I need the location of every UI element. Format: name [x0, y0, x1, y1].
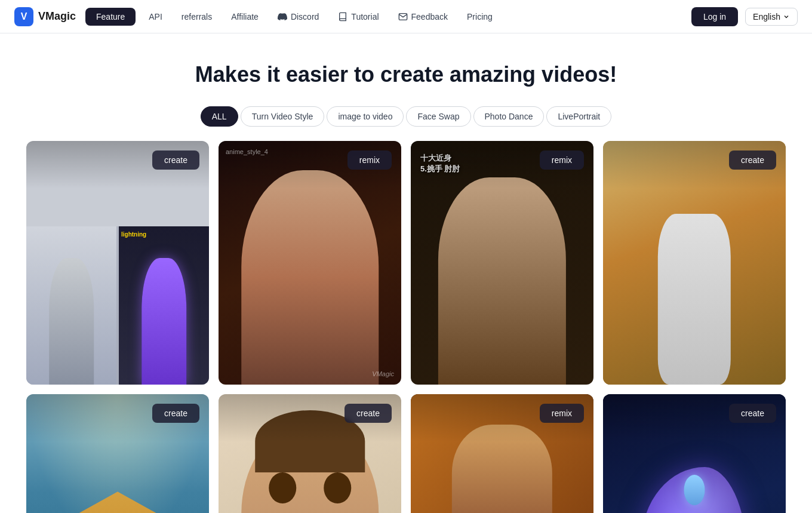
hero-headline: Makes it easier to create amazing videos… [14, 62, 798, 87]
logo-icon: V [14, 7, 33, 26]
card-2-watermark: VMagic [372, 370, 394, 377]
card-6-create-button[interactable]: create [345, 404, 392, 423]
card-3-remix-button[interactable]: remix [540, 150, 584, 170]
tab-image-to-video[interactable]: image to video [327, 106, 404, 127]
tab-all[interactable]: ALL [201, 106, 238, 127]
card-5[interactable]: create [26, 394, 209, 513]
brand-logo[interactable]: V VMagic [14, 7, 76, 26]
brand-name: VMagic [38, 10, 76, 23]
card-1-create-button[interactable]: create [152, 150, 199, 170]
book-icon [338, 12, 347, 21]
card-2-remix-button[interactable]: remix [347, 150, 392, 170]
feature-button[interactable]: Feature [85, 8, 136, 26]
card-4-create-button[interactable]: create [729, 150, 776, 170]
language-selector[interactable]: English [745, 8, 798, 26]
chevron-down-icon [783, 13, 790, 20]
nav-tutorial[interactable]: Tutorial [330, 8, 387, 26]
nav-referrals[interactable]: referrals [173, 8, 220, 26]
nav-api[interactable]: API [140, 8, 171, 26]
discord-icon [278, 12, 287, 21]
card-5-create-button[interactable]: create [152, 404, 199, 423]
mail-icon [398, 12, 408, 21]
card-3-cn-text: 十大近身 5.挑手 肘肘 [420, 153, 460, 174]
card-grid: create anime_style_4 VMagic remix 十大近身 5… [12, 141, 800, 513]
language-label: English [753, 12, 780, 21]
discord-label: Discord [291, 12, 319, 21]
card-7-remix-button[interactable]: remix [540, 404, 584, 423]
card-2-label: anime_style_4 [226, 148, 268, 155]
tab-turn-video-style[interactable]: Turn Video Style [241, 106, 325, 127]
card-8-create-button[interactable]: create [729, 404, 776, 423]
card-4[interactable]: create [603, 141, 786, 385]
tab-face-swap[interactable]: Face Swap [406, 106, 470, 127]
feedback-label: Feedback [411, 12, 448, 21]
card-2[interactable]: anime_style_4 VMagic remix [219, 141, 401, 385]
card-7[interactable]: remix [411, 394, 593, 513]
tab-photo-dance[interactable]: Photo Dance [473, 106, 545, 127]
nav-pricing[interactable]: Pricing [459, 8, 501, 26]
card-3[interactable]: 十大近身 5.挑手 肘肘 remix [411, 141, 593, 385]
tab-liveportrait[interactable]: LivePortrait [546, 106, 611, 127]
main-nav: V VMagic Feature API referrals Affiliate… [0, 0, 812, 33]
tutorial-label: Tutorial [351, 12, 379, 21]
filter-tabs: ALL Turn Video Style image to video Face… [0, 106, 812, 141]
card-6[interactable]: create [219, 394, 401, 513]
nav-discord[interactable]: Discord [269, 8, 327, 26]
hero-section: Makes it easier to create amazing videos… [0, 33, 812, 106]
nav-affiliate[interactable]: Affiliate [223, 8, 267, 26]
nav-feedback[interactable]: Feedback [390, 8, 456, 26]
card-8[interactable]: create [603, 394, 786, 513]
card-1[interactable]: create [26, 141, 209, 385]
login-button[interactable]: Log in [691, 7, 738, 26]
